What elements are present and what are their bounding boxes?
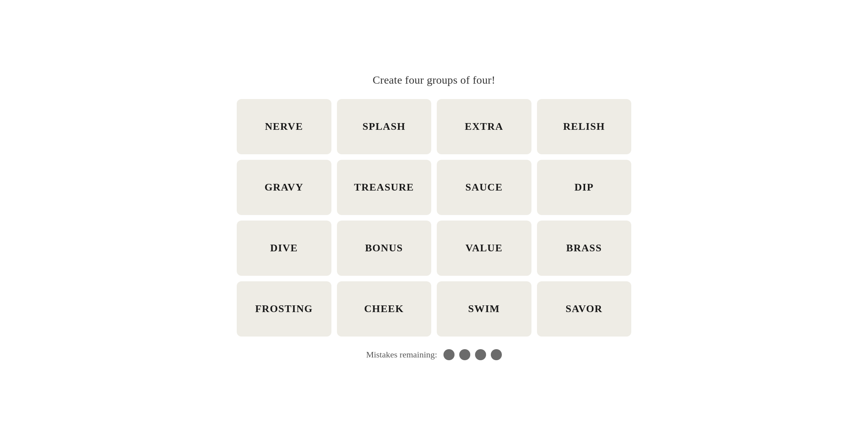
tile-label-cheek: CHEEK bbox=[364, 303, 404, 315]
tile-label-value: VALUE bbox=[466, 242, 503, 254]
tile-cheek[interactable]: CHEEK bbox=[337, 281, 432, 337]
game-container: Create four groups of four! NERVESPLASHE… bbox=[217, 74, 651, 360]
tile-label-nerve: NERVE bbox=[265, 121, 303, 133]
tile-label-bonus: BONUS bbox=[365, 242, 403, 254]
tile-label-frosting: FROSTING bbox=[255, 303, 313, 315]
tile-dip[interactable]: DIP bbox=[537, 160, 632, 215]
mistake-dot-3 bbox=[475, 349, 486, 360]
tile-dive[interactable]: DIVE bbox=[237, 221, 331, 276]
tile-label-dive: DIVE bbox=[270, 242, 298, 254]
tile-swim[interactable]: SWIM bbox=[437, 281, 531, 337]
tile-grid: NERVESPLASHEXTRARELISHGRAVYTREASURESAUCE… bbox=[237, 99, 631, 337]
tile-value[interactable]: VALUE bbox=[437, 221, 531, 276]
mistake-dot-1 bbox=[443, 349, 455, 360]
tile-splash[interactable]: SPLASH bbox=[337, 99, 432, 154]
tile-label-sauce: SAUCE bbox=[465, 181, 503, 193]
tile-label-relish: RELISH bbox=[563, 121, 605, 133]
tile-bonus[interactable]: BONUS bbox=[337, 221, 432, 276]
tile-savor[interactable]: SAVOR bbox=[537, 281, 632, 337]
tile-label-gravy: GRAVY bbox=[265, 181, 303, 193]
tile-brass[interactable]: BRASS bbox=[537, 221, 632, 276]
game-subtitle: Create four groups of four! bbox=[373, 74, 496, 86]
tile-label-treasure: TREASURE bbox=[354, 181, 414, 193]
mistakes-row: Mistakes remaining: bbox=[366, 349, 502, 360]
tile-frosting[interactable]: FROSTING bbox=[237, 281, 331, 337]
tile-extra[interactable]: EXTRA bbox=[437, 99, 531, 154]
mistake-dot-2 bbox=[459, 349, 470, 360]
tile-relish[interactable]: RELISH bbox=[537, 99, 632, 154]
mistake-dot-4 bbox=[491, 349, 502, 360]
tile-nerve[interactable]: NERVE bbox=[237, 99, 331, 154]
tile-label-extra: EXTRA bbox=[465, 121, 503, 133]
tile-gravy[interactable]: GRAVY bbox=[237, 160, 331, 215]
mistakes-dots bbox=[443, 349, 502, 360]
tile-label-splash: SPLASH bbox=[363, 121, 406, 133]
tile-label-dip: DIP bbox=[574, 181, 594, 193]
tile-label-savor: SAVOR bbox=[565, 303, 602, 315]
tile-label-swim: SWIM bbox=[468, 303, 500, 315]
tile-sauce[interactable]: SAUCE bbox=[437, 160, 531, 215]
tile-label-brass: BRASS bbox=[566, 242, 602, 254]
tile-treasure[interactable]: TREASURE bbox=[337, 160, 432, 215]
mistakes-label: Mistakes remaining: bbox=[366, 350, 437, 360]
